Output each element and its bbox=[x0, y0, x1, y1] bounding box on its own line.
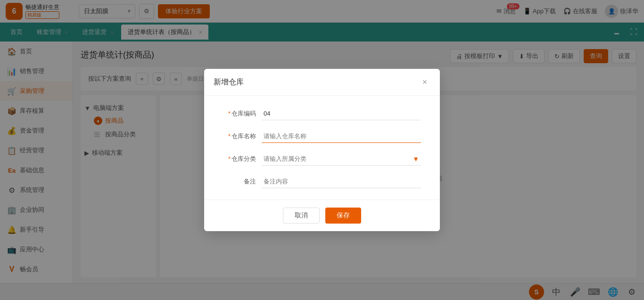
warehouse-category-label: 仓库分类 bbox=[223, 155, 256, 163]
warehouse-name-label: 仓库名称 bbox=[223, 132, 256, 141]
modal-close-button[interactable]: × bbox=[419, 76, 430, 88]
modal-header: 新增仓库 × bbox=[204, 69, 440, 96]
modal-body: 仓库编码 仓库名称 仓库分类 ▼ 备注 bbox=[204, 96, 440, 200]
save-button[interactable]: 保存 bbox=[325, 208, 361, 224]
remark-row: 备注 bbox=[223, 175, 421, 188]
warehouse-category-input[interactable] bbox=[262, 152, 421, 166]
remark-input[interactable] bbox=[262, 175, 421, 188]
warehouse-category-wrap: ▼ bbox=[262, 152, 421, 166]
cancel-button[interactable]: 取消 bbox=[283, 208, 320, 224]
warehouse-code-label: 仓库编码 bbox=[223, 109, 256, 118]
remark-label: 备注 bbox=[223, 177, 256, 186]
warehouse-code-input[interactable] bbox=[262, 107, 421, 120]
modal-title: 新增仓库 bbox=[214, 77, 244, 87]
warehouse-category-row: 仓库分类 ▼ bbox=[223, 152, 421, 166]
warehouse-code-row: 仓库编码 bbox=[223, 107, 421, 120]
warehouse-modal: 新增仓库 × 仓库编码 仓库名称 仓库分类 ▼ bbox=[204, 69, 440, 231]
modal-overlay[interactable]: 新增仓库 × 仓库编码 仓库名称 仓库分类 ▼ bbox=[0, 0, 644, 300]
warehouse-name-row: 仓库名称 bbox=[223, 130, 421, 143]
modal-footer: 取消 保存 bbox=[204, 200, 440, 231]
warehouse-name-input[interactable] bbox=[262, 130, 421, 143]
